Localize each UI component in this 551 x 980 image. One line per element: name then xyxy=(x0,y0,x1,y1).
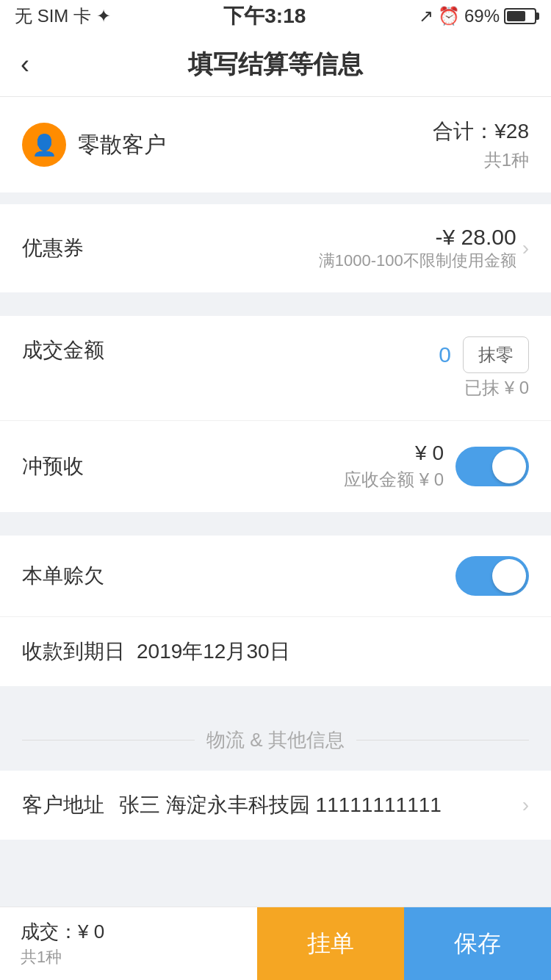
pre-receive-label: 冲预收 xyxy=(22,453,84,480)
round-off-button[interactable]: 抹零 xyxy=(463,336,529,373)
coupon-text-block: -¥ 28.00 满1000-100不限制使用金额 xyxy=(319,225,516,272)
deal-right-block: 0 抹零 已抹 ¥ 0 xyxy=(439,336,529,400)
debt-toggle[interactable] xyxy=(455,556,529,596)
bottom-summary-value: ¥ 0 xyxy=(78,920,104,943)
customer-row: 👤 零散客户 合计：¥28 共1种 xyxy=(0,97,551,192)
status-left: 无 SIM 卡 ✦ xyxy=(15,4,111,28)
status-time: 下午3:18 xyxy=(223,2,306,30)
back-button[interactable]: ‹ xyxy=(21,49,29,80)
divider-2 xyxy=(0,524,551,536)
pre-right: ¥ 0 应收金额 ¥ 0 xyxy=(344,442,529,491)
address-value: 张三 海淀永丰科技园 11111111111 xyxy=(119,791,522,819)
coupon-right: -¥ 28.00 满1000-100不限制使用金额 › xyxy=(319,225,529,272)
customer-count: 共1种 xyxy=(433,148,529,172)
customer-total: 合计：¥28 xyxy=(433,118,529,145)
alarm-icon: ⏰ xyxy=(438,6,460,26)
deal-amount-row: 成交金额 0 抹零 已抹 ¥ 0 xyxy=(0,316,551,420)
pre-receive-sub: 应收金额 ¥ 0 xyxy=(344,468,444,491)
coupon-label: 优惠券 xyxy=(22,234,84,262)
status-right: ↗ ⏰ 69% xyxy=(419,6,536,26)
debt-row: 本单赊欠 xyxy=(0,536,551,616)
due-date-label: 收款到期日 xyxy=(22,638,125,666)
due-date-row: 收款到期日 2019年12月30日 xyxy=(0,616,551,686)
logistics-header-text: 物流 & 其他信息 xyxy=(206,727,345,753)
content: 👤 零散客户 合计：¥28 共1种 优惠券 -¥ 28.00 满1000-100… xyxy=(0,97,551,932)
debt-section: 本单赊欠 收款到期日 2019年12月30日 xyxy=(0,536,551,686)
divider-3 xyxy=(0,698,551,710)
address-chevron-icon: › xyxy=(522,793,529,817)
customer-left: 👤 零散客户 xyxy=(22,123,166,167)
debt-label: 本单赊欠 xyxy=(22,562,104,590)
location-icon: ↗ xyxy=(419,6,433,26)
page-title: 填写结算等信息 xyxy=(188,48,363,82)
sim-status: 无 SIM 卡 ✦ xyxy=(15,4,111,28)
customer-section: 👤 零散客户 合计：¥28 共1种 xyxy=(0,97,551,192)
pre-receive-value: ¥ 0 xyxy=(344,442,444,465)
deal-amount-label: 成交金额 xyxy=(22,336,104,364)
coupon-sub: 满1000-100不限制使用金额 xyxy=(319,250,516,272)
chevron-right-icon: › xyxy=(522,237,529,260)
bottom-summary: 成交：¥ 0 共1种 xyxy=(0,919,257,968)
due-date-value: 2019年12月30日 xyxy=(137,638,290,666)
divider-1 xyxy=(0,304,551,316)
debt-toggle-knob xyxy=(492,559,526,593)
battery-icon xyxy=(504,8,536,24)
nav-bar: ‹ 填写结算等信息 xyxy=(0,32,551,97)
logistics-header: 物流 & 其他信息 xyxy=(0,710,551,771)
bottom-summary-title: 成交：¥ 0 xyxy=(21,919,237,945)
coupon-section: 优惠券 -¥ 28.00 满1000-100不限制使用金额 › xyxy=(0,204,551,292)
address-row[interactable]: 客户地址 张三 海淀永丰科技园 11111111111 › xyxy=(0,771,551,840)
deal-amount-value: 0 xyxy=(439,342,451,367)
customer-right: 合计：¥28 共1种 xyxy=(433,118,529,172)
deal-amount-sub: 已抹 ¥ 0 xyxy=(439,376,529,400)
avatar: 👤 xyxy=(22,123,66,167)
address-section: 客户地址 张三 海淀永丰科技园 11111111111 › xyxy=(0,771,551,840)
address-label: 客户地址 xyxy=(22,791,104,819)
pre-value-block: ¥ 0 应收金额 ¥ 0 xyxy=(344,442,444,491)
pre-receive-row: 冲预收 ¥ 0 应收金额 ¥ 0 xyxy=(0,420,551,512)
customer-name: 零散客户 xyxy=(78,130,166,160)
status-bar: 无 SIM 卡 ✦ 下午3:18 ↗ ⏰ 69% xyxy=(0,0,551,32)
toggle-knob xyxy=(492,450,526,483)
battery-percent: 69% xyxy=(464,6,500,26)
bottom-summary-label: 成交： xyxy=(21,920,78,943)
avatar-icon: 👤 xyxy=(32,133,57,157)
bottom-bar: 成交：¥ 0 共1种 挂单 保存 xyxy=(0,907,551,980)
coupon-value: -¥ 28.00 xyxy=(319,225,516,250)
deal-amount-value-row: 0 抹零 xyxy=(439,336,529,373)
bottom-summary-count: 共1种 xyxy=(21,946,237,968)
coupon-row[interactable]: 优惠券 -¥ 28.00 满1000-100不限制使用金额 › xyxy=(0,204,551,292)
hang-order-button[interactable]: 挂单 xyxy=(257,907,404,981)
save-button[interactable]: 保存 xyxy=(404,907,551,981)
transaction-section: 成交金额 0 抹零 已抹 ¥ 0 冲预收 ¥ 0 应收金额 ¥ 0 xyxy=(0,316,551,512)
pre-receive-toggle[interactable] xyxy=(455,447,529,486)
